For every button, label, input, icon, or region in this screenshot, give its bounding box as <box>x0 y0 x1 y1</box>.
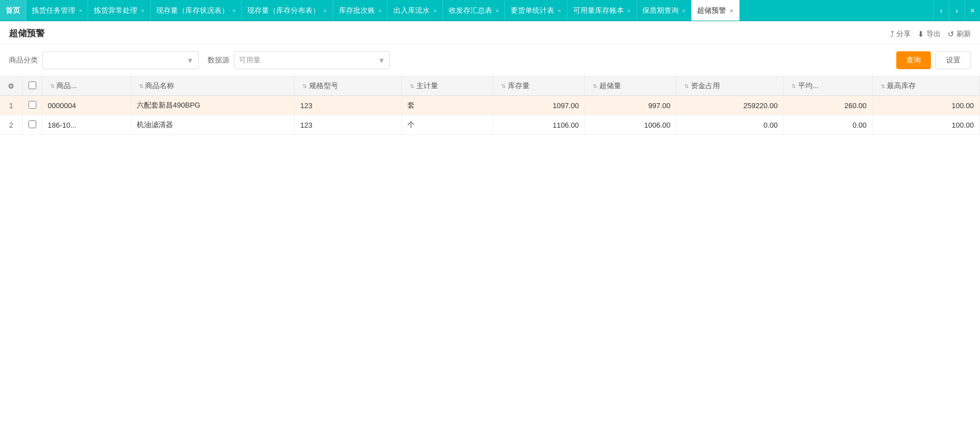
row-avg-price-1: 260.00 <box>784 96 872 115</box>
nav-item-available-account[interactable]: 可用量库存账本 × <box>568 0 637 21</box>
nav-arrow-left[interactable]: ‹ <box>933 0 949 21</box>
th-unit[interactable]: ⇅ 主计量 <box>402 76 493 96</box>
category-select[interactable]: ▼ <box>42 51 199 69</box>
row-checkbox-2[interactable] <box>28 120 36 128</box>
sort-icon-overstock: ⇅ <box>593 83 597 89</box>
nav-close-order-stat[interactable]: × <box>558 7 561 14</box>
datasource-filter-group: 数据源 可用量 ▼ <box>208 51 390 69</box>
nav-label-home: 首页 <box>6 6 20 16</box>
row-product-name-2: 机油滤清器 <box>131 115 294 135</box>
th-product-code[interactable]: ⇅ 商品... <box>42 76 131 96</box>
nav-item-inout-flow[interactable]: 出入库流水 × <box>388 0 443 21</box>
sort-icon: ⇅ <box>50 83 55 89</box>
nav-item-stock-dist[interactable]: 现存量（库存分布表） × <box>242 0 333 21</box>
settings-button[interactable]: 设置 <box>935 51 971 69</box>
category-filter-group: 商品分类 ▼ <box>9 51 199 69</box>
row-product-code-1: 0000004 <box>42 96 131 115</box>
sort-icon-unit: ⇅ <box>410 83 414 89</box>
nav-item-pick-exception[interactable]: 拣货异常处理 × <box>88 0 150 21</box>
nav-label-batch-account: 库存批次账 <box>339 6 375 16</box>
nav-item-batch-account[interactable]: 库存批次账 × <box>333 0 388 21</box>
row-max-stock-1: 100.00 <box>872 96 979 115</box>
nav-label-stock-status: 现存量（库存状况表） <box>156 6 229 16</box>
nav-item-shelf-life[interactable]: 保质期查询 × <box>637 0 691 21</box>
page-content: 超储预警 ⤴ 分享 ⬇ 导出 ↺ 刷新 商品分类 ▼ 数据源 <box>0 21 980 446</box>
table-container: ⚙ ⇅ 商品... ⇅ 商品名称 ⇅ 规格型号 <box>0 76 980 135</box>
th-capital-occupy[interactable]: ⇅ 资金占用 <box>676 76 784 96</box>
nav-item-summary[interactable]: 收发存汇总表 × <box>443 0 505 21</box>
gear-icon: ⚙ <box>8 82 15 90</box>
data-table: ⚙ ⇅ 商品... ⇅ 商品名称 ⇅ 规格型号 <box>0 76 980 135</box>
export-icon: ⬇ <box>917 30 924 38</box>
nav-close-stock-dist[interactable]: × <box>323 7 326 14</box>
datasource-label: 数据源 <box>208 55 229 65</box>
row-max-stock-2: 100.00 <box>872 115 979 135</box>
row-number-1: 1 <box>0 96 22 115</box>
nav-close-summary[interactable]: × <box>496 7 499 14</box>
th-spec[interactable]: ⇅ 规格型号 <box>294 76 401 96</box>
th-stock-qty[interactable]: ⇅ 库存量 <box>493 76 585 96</box>
query-button[interactable]: 查询 <box>896 51 931 69</box>
page-header: 超储预警 ⤴ 分享 ⬇ 导出 ↺ 刷新 <box>0 21 980 45</box>
table-row: 1 0000004 六配套新昌490BPG 123 套 1097.00 997.… <box>0 96 980 115</box>
datasource-select[interactable]: 可用量 ▼ <box>234 51 390 69</box>
nav-close-pick-exception[interactable]: × <box>141 7 144 14</box>
row-capital-occupy-1: 259220.00 <box>676 96 784 115</box>
nav-item-home[interactable]: 首页 <box>0 0 26 21</box>
sort-icon-capital: ⇅ <box>684 83 689 89</box>
nav-label-inout-flow: 出入库流水 <box>393 6 430 16</box>
row-spec-2: 123 <box>294 115 401 135</box>
nav-label-pick-task: 拣货任务管理 <box>32 6 75 16</box>
row-checkbox-1[interactable] <box>28 101 36 109</box>
nav-arrows: ‹ › × <box>933 0 980 21</box>
nav-item-order-stat[interactable]: 要货单统计表 × <box>505 0 567 21</box>
category-label: 商品分类 <box>9 55 38 65</box>
row-spec-1: 123 <box>294 96 401 115</box>
nav-item-pick-task[interactable]: 拣货任务管理 × <box>26 0 88 21</box>
nav-label-summary: 收发存汇总表 <box>449 6 492 16</box>
nav-item-stock-status[interactable]: 现存量（库存状况表） × <box>151 0 242 21</box>
row-capital-occupy-2: 0.00 <box>676 115 784 135</box>
th-avg-price[interactable]: ⇅ 平均... <box>784 76 872 96</box>
export-link[interactable]: ⬇ 导出 <box>917 29 941 39</box>
share-icon: ⤴ <box>890 30 894 38</box>
nav-close-overstock-warning[interactable]: × <box>729 7 733 14</box>
nav-arrow-close[interactable]: × <box>964 0 980 21</box>
category-dropdown-icon: ▼ <box>186 56 194 65</box>
nav-close-available-account[interactable]: × <box>627 7 631 14</box>
sort-icon-avg: ⇅ <box>791 83 796 89</box>
row-product-code-2: 186-10... <box>42 115 131 135</box>
share-link[interactable]: ⤴ 分享 <box>890 29 911 39</box>
th-gear[interactable]: ⚙ <box>0 76 22 96</box>
th-checkbox <box>22 76 42 96</box>
datasource-select-value: 可用量 <box>239 55 261 65</box>
filter-buttons: 查询 设置 <box>896 51 971 69</box>
nav-close-stock-status[interactable]: × <box>232 7 236 14</box>
page-title: 超储预警 <box>9 28 45 40</box>
nav-item-overstock-warning[interactable]: 超储预警 × <box>691 0 739 21</box>
nav-close-shelf-life[interactable]: × <box>682 7 685 14</box>
row-number-2: 2 <box>0 115 22 135</box>
sort-icon-max: ⇅ <box>881 83 885 89</box>
th-overstock-qty[interactable]: ⇅ 超储量 <box>585 76 676 96</box>
row-product-name-1: 六配套新昌490BPG <box>131 96 294 115</box>
nav-close-batch-account[interactable]: × <box>378 7 382 14</box>
refresh-link[interactable]: ↺ 刷新 <box>948 29 971 39</box>
th-product-name[interactable]: ⇅ 商品名称 <box>131 76 294 96</box>
nav-close-pick-task[interactable]: × <box>79 7 82 14</box>
nav-label-order-stat: 要货单统计表 <box>511 6 554 16</box>
nav-arrow-right[interactable]: › <box>949 0 964 21</box>
row-checkbox-cell-1 <box>22 96 42 115</box>
filter-bar: 商品分类 ▼ 数据源 可用量 ▼ 查询 设置 <box>0 45 980 76</box>
sort-icon-name: ⇅ <box>139 83 143 89</box>
row-stock-qty-1: 1097.00 <box>493 96 585 115</box>
header-actions: ⤴ 分享 ⬇ 导出 ↺ 刷新 <box>890 29 971 39</box>
nav-label-pick-exception: 拣货异常处理 <box>94 6 137 16</box>
sort-icon-spec: ⇅ <box>302 83 307 89</box>
nav-close-inout-flow[interactable]: × <box>433 7 436 14</box>
nav-label-stock-dist: 现存量（库存分布表） <box>247 6 320 16</box>
row-unit-1: 套 <box>402 96 493 115</box>
row-avg-price-2: 0.00 <box>784 115 872 135</box>
th-max-stock[interactable]: ⇅ 最高库存 <box>872 76 979 96</box>
header-checkbox[interactable] <box>28 81 36 89</box>
